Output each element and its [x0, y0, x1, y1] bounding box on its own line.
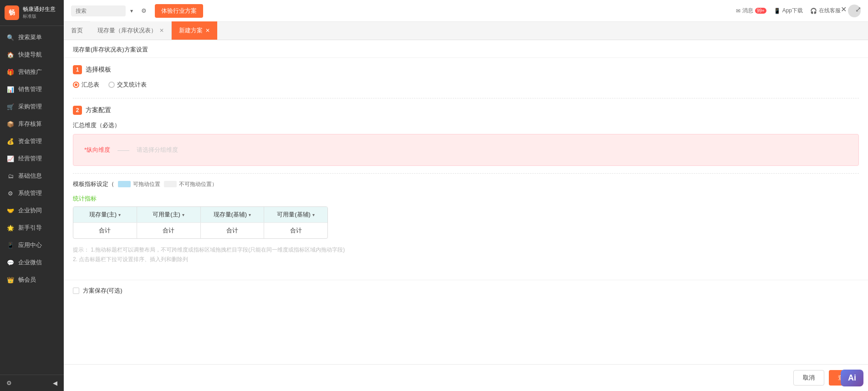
chevron-down-icon[interactable]: ▾	[182, 212, 184, 217]
logo-text-block: 畅康通好生意 标准版	[23, 6, 56, 20]
close-panel-icon[interactable]: ✕	[838, 4, 849, 15]
search-menu-icon: 🔍	[6, 33, 15, 41]
panel-controls: ✕ ⤢	[838, 4, 863, 15]
purchase-icon: 🛒	[6, 103, 15, 111]
chevron-down-icon[interactable]: ▾	[249, 212, 251, 217]
sidebar-item-basics[interactable]: 🗂基础信息	[0, 167, 64, 185]
radio-cross[interactable]: 交叉统计表	[108, 81, 147, 89]
section2-num: 2	[73, 106, 82, 115]
new-guide-icon: 🌟	[6, 224, 15, 232]
stats-header-cell[interactable]: 可用量(主)▾	[137, 207, 201, 222]
app-download-btn[interactable]: 📱 App下载	[774, 7, 803, 15]
sidebar-label-finance: 资金管理	[18, 137, 42, 145]
operations-icon: 📈	[6, 154, 15, 163]
settings-icon[interactable]: ⚙	[6, 380, 12, 386]
system-icon: ⚙	[6, 189, 15, 197]
sidebar-label-operations: 经营管理	[18, 154, 42, 163]
footer-actions: 取消 查询	[64, 364, 868, 391]
radio-cross-circle	[108, 82, 115, 88]
sidebar-item-sales[interactable]: 📊销售管理	[0, 81, 64, 98]
topbar-settings-icon[interactable]: ⚙	[138, 5, 150, 17]
sidebar-item-enterprise[interactable]: 🤝企业协同	[0, 202, 64, 219]
stats-header-cell[interactable]: 可用量(基辅)▾	[264, 207, 327, 222]
tab-new-scheme[interactable]: 新建方案 ✕	[172, 21, 217, 40]
radio-summary-dot	[75, 83, 77, 86]
expand-panel-icon[interactable]: ⤢	[853, 4, 863, 15]
cancel-button[interactable]: 取消	[793, 370, 824, 386]
headset-icon: 🎧	[810, 8, 817, 14]
sidebar-label-system: 系统管理	[18, 189, 42, 197]
sidebar-item-finance[interactable]: 💰资金管理	[0, 133, 64, 150]
sidebar-label-new-guide: 新手引导	[18, 224, 42, 232]
sidebar-item-app-center[interactable]: 📱应用中心	[0, 237, 64, 254]
summary-label: 汇总表	[82, 81, 99, 89]
tab-new-scheme-close[interactable]: ✕	[205, 27, 210, 34]
quick-nav-icon: 🏠	[6, 51, 15, 59]
section2-title: 2 方案配置	[73, 106, 859, 115]
inventory-icon: 📦	[6, 120, 15, 128]
radio-summary-circle	[73, 82, 79, 88]
tab-home[interactable]: 首页	[64, 21, 90, 40]
radio-summary[interactable]: 汇总表	[73, 81, 99, 89]
basics-icon: 🗂	[6, 172, 15, 180]
dimension-box[interactable]: *纵向维度 —— 请选择分组维度	[73, 134, 859, 166]
sidebar-item-search-menu[interactable]: 🔍搜索菜单	[0, 29, 64, 46]
messages-btn[interactable]: ✉ 消息 99+	[736, 7, 766, 15]
sidebar-label-member: 畅会员	[18, 276, 36, 284]
sales-icon: 📊	[6, 85, 15, 93]
sidebar-item-member[interactable]: 👑畅会员	[0, 271, 64, 288]
messages-badge: 99+	[755, 8, 766, 14]
sidebar-item-wechat[interactable]: 💬企业微信	[0, 254, 64, 271]
sidebar-item-quick-nav[interactable]: 🏠快捷导航	[0, 46, 64, 63]
template-options: 汇总表 交叉统计表	[73, 81, 859, 89]
content-area: 现存量(库存状况表)方案设置 1 选择模板 汇总表	[64, 40, 868, 391]
draggable-box	[118, 181, 131, 187]
tab-inventory-status[interactable]: 现存量（库存状况表） ✕	[90, 21, 172, 40]
section1-label: 选择模板	[86, 66, 111, 74]
sidebar-item-operations[interactable]: 📈经营管理	[0, 150, 64, 167]
logo-icon: 畅	[5, 5, 19, 20]
customer-service-btn[interactable]: 🎧 在线客服	[810, 7, 841, 15]
stats-table-row: 合计合计合计合计	[73, 222, 327, 238]
stats-row-cell: 合计	[264, 223, 327, 238]
section-template: 1 选择模板 汇总表 交叉统计表	[73, 65, 859, 89]
sidebar-item-inventory[interactable]: 📦库存核算	[0, 115, 64, 133]
stats-header-cell[interactable]: 现存量(主)▾	[73, 207, 137, 222]
tab-home-label: 首页	[71, 26, 83, 35]
wechat-icon: 💬	[6, 258, 15, 267]
stats-table-header: 现存量(主)▾可用量(主)▾现存量(基辅)▾可用量(基辅)▾	[73, 207, 327, 222]
topbar: ▾ ⚙ 体验行业方案 ✉ 消息 99+ 📱 App下载 🎧 在线客服	[64, 0, 868, 22]
sidebar-label-marketing: 营销推广	[18, 68, 42, 76]
chevron-down-icon[interactable]: ▾	[118, 212, 121, 217]
sidebar-menu: 🔍搜索菜单🏠快捷导航🎁营销推广📊销售管理🛒采购管理📦库存核算💰资金管理📈经营管理…	[0, 26, 64, 375]
save-checkbox[interactable]	[73, 288, 79, 294]
phone-icon: 📱	[774, 8, 781, 14]
collapse-icon[interactable]: ◀	[53, 380, 57, 386]
chevron-down-icon[interactable]: ▾	[312, 212, 315, 217]
stats-row-cell: 合计	[137, 223, 201, 238]
trial-btn[interactable]: 体验行业方案	[155, 4, 203, 18]
indicator-setting-label: 模板指标设定（ 可拖动位置 不可拖动位置）	[73, 180, 859, 188]
sidebar-item-new-guide[interactable]: 🌟新手引导	[0, 219, 64, 237]
sidebar-item-marketing[interactable]: 🎁营销推广	[0, 63, 64, 81]
tips-section: 提示： 1.拖动标题栏可以调整布局，不可跨维度或指标区域拖拽栏目字段(只能在同一…	[73, 246, 859, 263]
topbar-dropdown[interactable]: ▾	[130, 8, 133, 14]
sidebar-item-system[interactable]: ⚙系统管理	[0, 185, 64, 202]
content-header: 现存量(库存状况表)方案设置	[64, 40, 868, 58]
logo-badge: 标准版	[23, 13, 56, 20]
stats-header-cell[interactable]: 现存量(基辅)▾	[201, 207, 265, 222]
ai-badge[interactable]: Ai	[841, 370, 863, 386]
section-config: 2 方案配置 汇总维度（必选） *纵向维度 —— 请选择分组维度 模板指标设定（	[73, 98, 859, 263]
tabbar: 首页 现存量（库存状况表） ✕ 新建方案 ✕ ✕ ⤢	[64, 22, 868, 40]
section1-title: 1 选择模板	[73, 65, 859, 74]
search-input[interactable]	[71, 5, 126, 16]
sidebar-item-purchase[interactable]: 🛒采购管理	[0, 98, 64, 115]
save-section: 方案保存(可选)	[64, 280, 868, 301]
dim-required: *纵向维度	[84, 146, 110, 154]
indicator-setting-text: 模板指标设定（	[73, 180, 114, 188]
tab-inventory-close[interactable]: ✕	[159, 27, 164, 34]
sidebar-label-basics: 基础信息	[18, 172, 42, 180]
section2-label: 方案配置	[86, 106, 111, 114]
app-download-label: App下载	[782, 7, 803, 15]
tip-text: 提示： 1.拖动标题栏可以调整布局，不可跨维度或指标区域拖拽栏目字段(只能在同一…	[73, 246, 859, 254]
